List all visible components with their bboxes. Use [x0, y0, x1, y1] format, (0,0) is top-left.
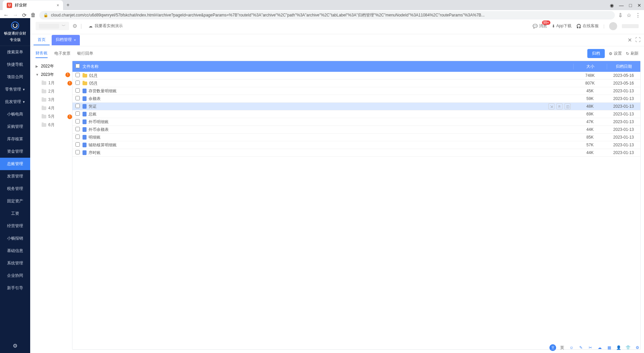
ime-lang-button[interactable]: 英	[559, 344, 566, 351]
row-checkbox[interactable]	[75, 142, 80, 147]
table-row[interactable]: 外币明细账47K2023-01-13	[72, 118, 640, 126]
ime-grid-icon[interactable]: ▦	[606, 344, 612, 351]
tree-month[interactable]: 6月	[34, 121, 72, 129]
ime-scissors-icon[interactable]: ✂	[587, 344, 594, 351]
new-tab-button[interactable]: +	[63, 0, 73, 10]
close-all-icon[interactable]: ✕	[628, 37, 632, 43]
file-date: 2023-01-13	[607, 150, 640, 155]
table-row[interactable]: 序时账44K2023-01-13	[72, 149, 640, 157]
install-icon[interactable]: ⇩	[618, 12, 623, 18]
ime-cloud-icon[interactable]: ☁	[596, 344, 603, 351]
row-checkbox[interactable]	[75, 88, 80, 93]
action-view-icon[interactable]: ◫	[565, 103, 571, 109]
tab-archive[interactable]: 归档管理 ×	[52, 35, 80, 45]
subtab-finance[interactable]: 财务账	[36, 49, 48, 58]
refresh-button[interactable]: ↻ 刷新	[626, 51, 639, 56]
row-checkbox[interactable]	[75, 104, 80, 108]
table-row[interactable]: 辅助核算明细账57K2023-01-13	[72, 141, 640, 149]
sidebar-item[interactable]: 快捷导航	[0, 58, 30, 71]
row-checkbox[interactable]	[75, 73, 80, 77]
select-all-checkbox[interactable]	[75, 64, 80, 68]
back-icon[interactable]: ←	[3, 12, 9, 18]
tree-year-2022[interactable]: ▶ 2022年	[34, 62, 72, 70]
reload-icon[interactable]: ⟳	[22, 12, 26, 18]
table-row[interactable]: 01月748K2023-05-16	[72, 72, 640, 80]
sidebar-item[interactable]: 税务管理	[0, 183, 30, 195]
sidebar-item[interactable]: 库存核算	[0, 133, 30, 145]
archive-button[interactable]: 归档	[587, 49, 605, 58]
table-row[interactable]: 存货数量明细账45K2023-01-13	[72, 87, 640, 95]
download-button[interactable]: ⬇ App下载	[552, 23, 572, 29]
ime-person-icon[interactable]: 👤	[615, 344, 622, 351]
tree-month[interactable]: 1月!	[34, 79, 72, 87]
tree-month[interactable]: 3月	[34, 96, 72, 104]
file-name[interactable]: 01月	[89, 73, 98, 79]
row-checkbox[interactable]	[75, 119, 80, 123]
sidebar-item[interactable]: 工资	[0, 207, 30, 220]
action-pdf-icon[interactable]: ⎘	[556, 103, 562, 109]
row-checkbox[interactable]	[75, 81, 80, 85]
table-row[interactable]: 05月807K2023-05-16	[72, 80, 640, 87]
subtab-bank[interactable]: 银行回单	[77, 49, 93, 58]
sidebar-item[interactable]: 零售管理▼	[0, 83, 30, 96]
table-row[interactable]: 余额表59K2023-01-13	[72, 95, 640, 103]
company-selector[interactable]: ﹀	[36, 22, 69, 30]
action-export-icon[interactable]: ⇲	[548, 103, 554, 109]
user-icon[interactable]: ◉	[610, 3, 614, 8]
browser-tab[interactable]: U 好业财 ×	[3, 0, 63, 10]
ime-gear-icon[interactable]: ⚙	[634, 344, 641, 351]
sidebar-item[interactable]: 固定资产	[0, 195, 30, 207]
close-icon[interactable]: ×	[57, 3, 59, 8]
star-icon[interactable]: ☆	[627, 12, 631, 18]
delete-icon[interactable]: 🗑	[31, 12, 36, 18]
sidebar-item[interactable]: 发票管理	[0, 170, 30, 183]
sidebar-item[interactable]: 项目合同	[0, 71, 30, 83]
row-checkbox[interactable]	[75, 111, 80, 116]
sidebar-item[interactable]: 系统管理	[0, 257, 30, 269]
forward-icon[interactable]: →	[13, 12, 18, 18]
close-window-icon[interactable]: ✕	[637, 3, 641, 8]
table-row[interactable]: 凭证⇲⎘◫48K2023-01-13	[72, 103, 640, 110]
sidebar-item[interactable]: 基础信息	[0, 245, 30, 257]
avatar[interactable]	[609, 22, 617, 30]
ime-smile-icon[interactable]: ☺	[568, 344, 575, 351]
maximize-icon[interactable]: □	[629, 3, 632, 8]
sidebar-item[interactable]: 采购管理	[0, 120, 30, 133]
menu-icon[interactable]: ⋮	[635, 12, 641, 18]
tree-month[interactable]: 2月	[34, 87, 72, 96]
sidebar-item[interactable]: 经营管理	[0, 220, 30, 232]
ime-shirt-icon[interactable]: 👕	[625, 344, 631, 351]
table-row[interactable]: 外币余额表44K2023-01-13	[72, 126, 640, 134]
row-checkbox[interactable]	[75, 96, 80, 100]
sidebar-item[interactable]: 新手引导	[0, 282, 30, 294]
file-name[interactable]: 05月	[89, 81, 98, 86]
tab-home[interactable]: 首页	[34, 35, 50, 45]
minimize-icon[interactable]: —	[619, 3, 624, 8]
close-tab-icon[interactable]: ×	[74, 38, 76, 42]
sidebar-item[interactable]: 总账管理	[0, 158, 30, 170]
settings-button[interactable]: ⚙ 设置	[609, 51, 622, 56]
sidebar-item[interactable]: 企业协同	[0, 269, 30, 282]
table-row[interactable]: 总账69K2023-01-13	[72, 110, 640, 118]
table-row[interactable]: 明细账85K2023-01-13	[72, 134, 640, 141]
tree-year-2023[interactable]: ▼ 2023年 !	[34, 70, 72, 79]
ime-logo-icon[interactable]: 王	[549, 344, 556, 351]
messages-button[interactable]: 💬 消息 99+	[533, 23, 547, 29]
row-checkbox[interactable]	[75, 150, 80, 154]
fullscreen-icon[interactable]: ⛶	[635, 37, 641, 43]
service-button[interactable]: 🎧 在线客服	[576, 23, 599, 29]
row-checkbox[interactable]	[75, 135, 80, 139]
sidebar-item[interactable]: 小畅报销	[0, 232, 30, 245]
ime-edit-icon[interactable]: ✎	[578, 344, 584, 351]
row-checkbox[interactable]	[75, 127, 80, 131]
tree-month[interactable]: 4月	[34, 104, 72, 112]
settings-icon[interactable]: ⚙	[0, 339, 30, 353]
sidebar-item[interactable]: 小畅电商	[0, 108, 30, 120]
sidebar-item[interactable]: 批发管理▼	[0, 96, 30, 108]
gear-icon[interactable]: ⚙	[72, 23, 77, 29]
subtab-invoice[interactable]: 电子发票	[54, 49, 70, 58]
sidebar-item[interactable]: 资金管理	[0, 145, 30, 158]
tree-month[interactable]: 5月!	[34, 112, 72, 121]
sidebar-item[interactable]: 搜索菜单	[0, 46, 30, 58]
demo-link[interactable]: ☁ 我要看实例演示	[89, 23, 123, 29]
